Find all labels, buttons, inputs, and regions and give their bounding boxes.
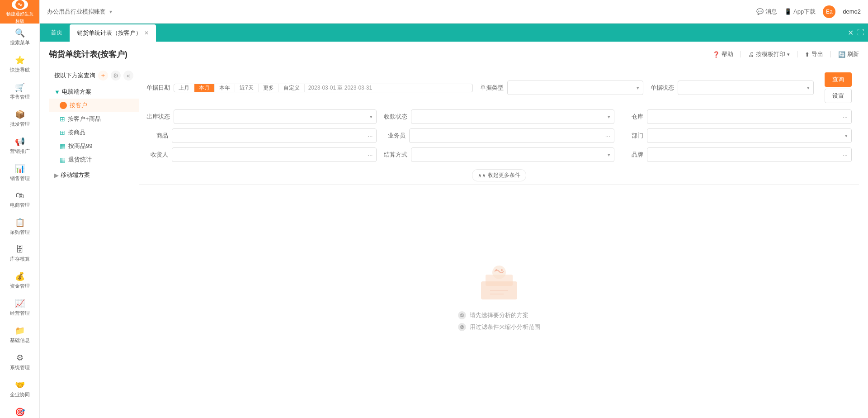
logo-icon (12, 0, 28, 10)
sidebar-item-basic-info[interactable]: 📁 基础信息 (0, 321, 39, 348)
page-inner: 销货单统计表(按客户) ❓ 帮助 🖨 按模板打印 ▾ ⬆ (40, 42, 868, 418)
stock-status-label: 出库状态 (146, 113, 170, 121)
logo-area: 畅捷通好生意 标版 (0, 0, 39, 24)
sidebar-item-retail[interactable]: 🛒 零售管理 (0, 78, 39, 105)
product-filter-item: 商品 ··· (146, 128, 377, 143)
sidebar-item-enterprise-coop[interactable]: 🤝 企业协同 (0, 375, 39, 403)
sidebar-item-ecommerce[interactable]: 🛍 电商管理 (0, 186, 39, 213)
sidebar-item-search[interactable]: 🔍 搜索菜单 (0, 24, 39, 51)
desktop-scheme-section: ▼ 电脑端方案 按客户 ⊞ 按客户+商品 ⊞ (49, 84, 139, 167)
sidebar-item-label: 基础信息 (10, 337, 30, 344)
collapse-button[interactable]: ∧∧ 收起更多条件 (472, 169, 526, 181)
empty-state: ① 请先选择要分析的方案 ② 用过滤条件来缩小分析范围 (139, 185, 859, 405)
consignee-select[interactable]: ··· (172, 147, 377, 162)
brand-select[interactable]: ··· (647, 147, 852, 162)
settings-scheme-button[interactable]: ⚙ (111, 71, 121, 81)
panel-header: 按以下方案查询 ＋ ⚙ « (49, 69, 139, 84)
scheme-item-label: 按商品 (68, 128, 85, 137)
topbar-dropdown-icon[interactable]: ▾ (109, 9, 112, 15)
query-button[interactable]: 查询 (825, 72, 852, 87)
last-7-days-btn[interactable]: 近7天 (235, 84, 259, 92)
sidebar-item-operations[interactable]: 📈 经营管理 (0, 294, 39, 321)
custom-btn[interactable]: 自定义 (279, 84, 305, 92)
collapse-panel-button[interactable]: « (123, 71, 133, 81)
refresh-button[interactable]: 🔄 刷新 (838, 50, 859, 58)
mobile-scheme-title[interactable]: ▶ 移动端方案 (49, 168, 139, 182)
export-icon: ⬆ (805, 51, 810, 58)
date-filter-buttons: 上月 本月 本年 近7天 更多 自定义 2023-03-01 至 2023-03… (174, 84, 473, 92)
sidebar-item-label: 采购管理 (10, 229, 30, 236)
department-select[interactable]: ▾ (647, 128, 852, 143)
brand-more-icon: ··· (843, 152, 848, 158)
settings-button[interactable]: 设置 (825, 89, 852, 103)
close-tab-button[interactable]: ✕ (848, 28, 854, 37)
consignee-filter-item: 收货人 ··· (146, 147, 377, 162)
tab-close-icon[interactable]: ✕ (144, 30, 149, 36)
salesperson-select[interactable]: ··· (409, 128, 614, 143)
consignee-label: 收货人 (146, 151, 168, 159)
app-download-button[interactable]: 📱 App下载 (784, 8, 816, 16)
this-month-btn[interactable]: 本月 (194, 84, 215, 92)
sidebar: 畅捷通好生意 标版 🔍 搜索菜单 ⭐ 快捷导航 🛒 零售管理 📦 批发管理 📢 … (0, 0, 40, 418)
message-button[interactable]: 💬 消息 (756, 8, 777, 16)
sidebar-item-system[interactable]: ⚙ 系统管理 (0, 348, 39, 375)
product-select[interactable]: ··· (172, 128, 377, 143)
product-label: 商品 (146, 132, 168, 140)
last-month-btn[interactable]: 上月 (174, 84, 194, 92)
search-icon: 🔍 (15, 28, 25, 38)
sidebar-item-quicknav[interactable]: ⭐ 快捷导航 (0, 51, 39, 78)
scheme-item-by-product-99[interactable]: ▦ 按商品99 (49, 139, 139, 153)
scheme-item-by-customer-product[interactable]: ⊞ 按客户+商品 (49, 112, 139, 126)
topbar-right: 💬 消息 📱 App下载 Ea demo2 (756, 5, 861, 18)
order-type-label: 单据类型 (480, 84, 504, 92)
scheme-item-label: 退货统计 (68, 156, 92, 164)
order-status-select[interactable]: ▾ (678, 81, 814, 95)
filter-section: 单据日期 上月 本月 本年 近7天 更多 自定义 (139, 65, 859, 185)
panel-title: 按以下方案查询 (54, 71, 95, 80)
avatar[interactable]: Ea (823, 5, 835, 18)
receipt-status-select[interactable]: ▾ (411, 109, 614, 124)
this-year-btn[interactable]: 本年 (215, 84, 235, 92)
stock-status-filter-item: 出库状态 ▾ (146, 109, 377, 124)
department-label: 部门 (622, 132, 643, 140)
sidebar-item-sales[interactable]: 📊 销售管理 (0, 159, 39, 186)
scheme-item-return-stats[interactable]: ▦ 退货统计 (49, 153, 139, 166)
export-button[interactable]: ⬆ 导出 (805, 50, 823, 58)
sidebar-item-marketing[interactable]: 📢 营销推广 (0, 132, 39, 159)
tab-home[interactable]: 首页 (43, 24, 70, 42)
basic-info-icon: 📁 (15, 326, 25, 336)
settlement-select[interactable]: ▾ (411, 147, 614, 162)
stock-status-select[interactable]: ▾ (174, 109, 377, 124)
tab-sales-stats[interactable]: 销货单统计表（按客户） ✕ (70, 24, 156, 42)
desktop-scheme-title[interactable]: ▼ 电脑端方案 (49, 85, 139, 99)
marketing-icon: 📢 (15, 137, 25, 147)
tabbar-actions: ✕ ⛶ (848, 28, 864, 37)
purchase-icon: 📋 (15, 218, 25, 228)
maximize-tab-button[interactable]: ⛶ (857, 28, 864, 37)
sidebar-item-purchase[interactable]: 📋 采购管理 (0, 213, 39, 240)
empty-tip-1-text: 请先选择要分析的方案 (470, 311, 528, 319)
sidebar-item-inventory[interactable]: 🗄 库存核算 (0, 240, 39, 267)
help-button[interactable]: ❓ 帮助 (712, 50, 733, 58)
message-label: 消息 (765, 8, 777, 16)
sidebar-item-finance[interactable]: 💰 资金管理 (0, 267, 39, 294)
print-button[interactable]: 🖨 按模板打印 ▾ (748, 50, 790, 58)
date-control: 上月 本月 本年 近7天 更多 自定义 2023-03-01 至 2023-03… (174, 84, 473, 92)
svg-point-4 (495, 269, 497, 271)
order-type-select[interactable]: ▾ (507, 81, 643, 95)
sidebar-item-wholesale[interactable]: 📦 批发管理 (0, 105, 39, 132)
scheme-item-by-customer[interactable]: 按客户 (49, 99, 139, 112)
sidebar-item-guide[interactable]: 🎯 新手引导 (0, 403, 39, 418)
salesperson-more-icon: ··· (605, 133, 610, 139)
salesperson-filter-item: 业务员 ··· (384, 128, 614, 143)
app-download-icon: 📱 (784, 8, 792, 15)
more-btn[interactable]: 更多 (259, 84, 279, 92)
circle-icon (60, 102, 67, 109)
scheme-item-by-product[interactable]: ⊞ 按商品 (49, 126, 139, 139)
warehouse-select[interactable]: ··· (647, 109, 852, 124)
sidebar-item-label: 批发管理 (10, 121, 30, 128)
add-scheme-button[interactable]: ＋ (98, 71, 108, 81)
sidebar-nav: 🔍 搜索菜单 ⭐ 快捷导航 🛒 零售管理 📦 批发管理 📢 营销推广 📊 销售管… (0, 24, 39, 418)
chevron-down-icon6: ▾ (608, 152, 610, 158)
scheme-item-label: 按商品99 (68, 142, 92, 150)
